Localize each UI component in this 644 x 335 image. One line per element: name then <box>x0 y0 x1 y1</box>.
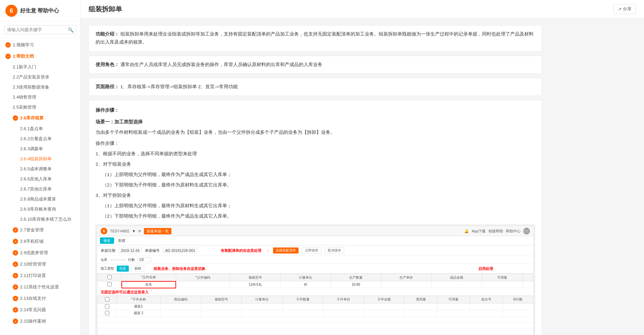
mockup-type-label: 加工类型 <box>101 266 114 271</box>
feature-intro-label: 功能介绍： <box>96 32 119 37</box>
select-all-bottom[interactable] <box>105 297 109 301</box>
step2: 2、对于组装业务 <box>96 160 535 169</box>
td-action <box>522 281 533 288</box>
sub-nav-2-6-3[interactable]: 2.6.3调拨单 <box>20 144 80 154</box>
mockup-choose-btn: 选择装配清单 <box>273 247 299 254</box>
mockup-subform: 仓库 行数 1/5 <box>97 256 533 264</box>
user-role-label: 使用角色： <box>96 62 119 67</box>
mockup-type-row: 加工类型 组装 拆卸 组装业务、拆卸业务在这里切换 启用处理 <box>97 264 533 274</box>
share-button[interactable]: ↗ 分享 <box>613 4 636 14</box>
mockup-rows-val: 1/5 <box>138 257 151 262</box>
b-row-check-1[interactable] <box>105 304 109 309</box>
sub-nav-2-6-7[interactable]: 2.6.7其他出库单 <box>20 184 80 194</box>
th-avail: 可用量 <box>482 274 522 281</box>
empty-row-5 <box>98 329 533 335</box>
mockup-bell-icon: 🔔 <box>464 229 469 233</box>
sub-nav-2-6-6[interactable]: 2.6.6其他入库单 <box>20 174 80 184</box>
th-b-amt: 子件金额 <box>364 296 405 303</box>
nav-label-2-15: 2.15操作案例 <box>20 318 46 324</box>
mockup-user: CC <box>523 228 530 234</box>
page-path-text: 1、库存核算->库存管理->组装拆卸单 2、首页->常用功能 <box>120 84 238 89</box>
mockup-top-tbody: 关关 11件/1礼 件 10.00 <box>98 281 533 288</box>
row-check[interactable] <box>107 282 112 286</box>
annotation-has-list: 有装配清单的在这里处理 <box>221 248 261 253</box>
nav-item-2-13[interactable]: + 2.13在线支付 <box>13 293 80 304</box>
table-row <box>98 329 533 335</box>
th-b-spec: 规格型号 <box>201 296 241 303</box>
plus-icon-2-15: + <box>13 319 18 324</box>
sub-nav-2-6-1[interactable]: 2.6.1盘点单 <box>20 124 80 134</box>
mockup-num-label: 单据编号 <box>145 248 160 253</box>
nav-item-2[interactable]: − 2.帮助文档 <box>0 51 80 62</box>
th-b-need: 需用量 <box>405 296 437 303</box>
nav-label-2-12: 2.12系统个性化设置 <box>20 284 59 290</box>
td-b-batch-2 <box>470 310 503 317</box>
steps-title: 操作步骤： <box>96 106 535 115</box>
nav-item-2-12[interactable]: + 2.12系统个性化设置 <box>13 281 80 293</box>
nav-item-2-10[interactable]: + 2.10经营管理 <box>13 259 80 270</box>
select-all-top[interactable] <box>107 275 112 279</box>
td-prod-qty: 10.00 <box>331 281 381 288</box>
mockup-header-right: 🔔 App下载 初级帮助 帮助中心 CC <box>464 228 530 234</box>
td-avail <box>482 281 522 288</box>
steps-label: 操作步骤： <box>96 139 535 148</box>
step3: 3、对于拆卸业务 <box>96 191 535 200</box>
nav-item-2-8[interactable]: + 2.8手机旺铺 <box>13 236 80 247</box>
sub-nav-2-6-9[interactable]: 2.6.9库存账本查询 <box>20 204 80 214</box>
table-row <box>98 323 533 329</box>
b-row-check-2[interactable] <box>105 311 109 315</box>
minus-icon-2-6: − <box>13 115 18 121</box>
nav-item-1[interactable]: + 1.视频学习 <box>0 39 80 51</box>
mockup-top-header-row: *父件名称 *父件编码 规格型号 计量单位 生产数量 生产单价 成品金额 可用量 <box>98 274 533 281</box>
nav-item-2-15[interactable]: + 2.15操作案例 <box>13 316 80 327</box>
plus-icon-2-13: + <box>13 296 18 301</box>
sub-nav-2-1[interactable]: 2.1新手入门 <box>13 62 80 72</box>
td-b-qty-2 <box>282 310 323 317</box>
feature-intro-block: 功能介绍： 组装拆卸单用来处理企业组装或拆卸等加工业务，支持有固定装配清单的产品… <box>89 25 542 52</box>
td-b-unit-2 <box>242 310 282 317</box>
sub-nav-2-3[interactable]: 2.3使用前数据准备 <box>13 82 80 92</box>
minus-icon-2: − <box>5 54 11 59</box>
search-input[interactable] <box>4 25 76 34</box>
mockup-bottom-table: *子件名称 商品编码 规格型号 计量单位 子件数量 子件单价 子件金额 需用量 … <box>97 296 533 335</box>
plus-icon-2-10: + <box>13 262 18 267</box>
sub-nav-2-6-2[interactable]: 2.6.2分量盘点单 <box>20 134 80 144</box>
content-area: 功能介绍： 组装拆卸单用来处理企业组装或拆卸等加工业务，支持有固定装配清单的产品… <box>80 18 550 335</box>
nav-label-2-6: 2.6库存核算 <box>20 115 44 121</box>
th-action <box>522 274 533 281</box>
th-finish-amt: 成品金额 <box>431 274 482 281</box>
plus-icon-2-11: + <box>13 273 18 278</box>
nav-label-1: 1.视频学习 <box>13 42 34 48</box>
sub-nav-2-6-10[interactable]: 2.6.10库存账本错了怎么办 <box>20 214 80 224</box>
sub-nav-2-4[interactable]: 2.4销售管理 <box>13 92 80 102</box>
mockup-date-val: 2019-12-26 <box>119 248 142 253</box>
sub-nav-2-5[interactable]: 2.5采购管理 <box>13 102 80 112</box>
nav-label-2-10: 2.10经营管理 <box>20 261 46 267</box>
step3-sub1: （1）上部明细为父件明细，最终作为原材料生成其它出库单； <box>102 201 535 210</box>
sub-nav-2-6: 2.6.1盘点单 2.6.2分量盘点单 2.6.3调拨单 2.6.4组装拆卸单 … <box>20 124 80 224</box>
nav-item-2-9[interactable]: + 2.9优惠券管理 <box>13 247 80 259</box>
nav-item-2-11[interactable]: + 2.11打印设置 <box>13 270 80 281</box>
nav-item-2-7[interactable]: + 2.7资金管理 <box>13 224 80 236</box>
sub-nav-2-6-8[interactable]: 2.6.8商品成本重算 <box>20 194 80 204</box>
plus-icon-2-9: + <box>13 250 18 256</box>
th-b-unit: 计量单位 <box>242 296 282 303</box>
sub-nav-2-6-4[interactable]: 2.6.4组装拆卸单 <box>20 154 80 164</box>
nav-label-2-9: 2.9优惠券管理 <box>20 250 48 256</box>
td-b-amt-1 <box>364 303 405 310</box>
td-unit: 件 <box>280 281 331 288</box>
nav-item-2-14[interactable]: + 2.14常见问题 <box>13 304 80 316</box>
td-finish-amt <box>431 281 482 288</box>
sub-nav-2-6-5[interactable]: 2.6.5成本调整单 <box>20 164 80 174</box>
td-b-need-2 <box>405 310 437 317</box>
td-b-code-2 <box>160 310 201 317</box>
td-b-action-2 <box>503 310 533 317</box>
th-b-batch: 批次号 <box>470 296 503 303</box>
sub-nav-2-2[interactable]: 2.2产品安装及登录 <box>13 72 80 82</box>
sub-nav-2: 2.1新手入门 2.2产品安装及登录 2.3使用前数据准备 2.4销售管理 2.… <box>0 62 80 327</box>
td-b-code-1 <box>160 303 201 310</box>
mockup-form-row: 单据日期 2019-12-26 单据编号 AD-20191226-001 有装配… <box>97 245 533 256</box>
plus-icon-2-12: + <box>13 284 18 290</box>
td-b-price-1 <box>323 303 364 310</box>
nav-item-2-6[interactable]: − 2.6库存核算 <box>13 112 80 124</box>
